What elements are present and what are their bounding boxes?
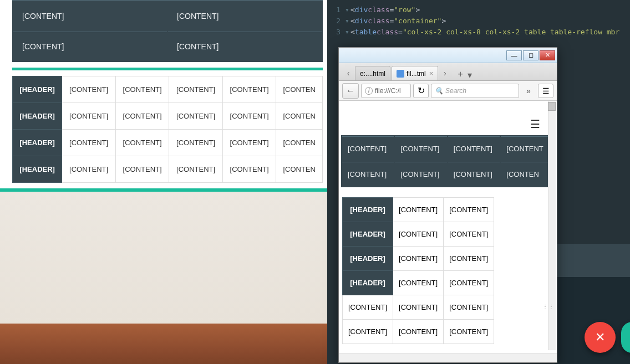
browser-window: — ◻ ✕ ‹ e:....html fil...tml × › + ▾ ← i…	[338, 47, 557, 363]
hero-image	[0, 192, 327, 364]
header-cell: [HEADER]	[343, 198, 393, 222]
browser-viewport[interactable]: ☰ [CONTENT] [CONTENT] [CONTENT] [CONTENT…	[339, 101, 557, 362]
table-row: [HEADER] [CONTENT] [CONTENT] [CONTENT] […	[13, 156, 323, 183]
scroll-thumb[interactable]	[548, 102, 556, 111]
new-tab-button[interactable]: +	[454, 68, 466, 80]
tab-label: e:....html	[360, 70, 385, 78]
cell: [CONTENT]	[169, 76, 223, 103]
window-titlebar[interactable]: — ◻ ✕	[339, 48, 557, 63]
close-button[interactable]: ✕	[540, 50, 555, 60]
search-field[interactable]: 🔍 Search	[431, 84, 519, 98]
cell: [CONTENT]	[444, 320, 494, 344]
tab-inactive[interactable]: e:....html	[355, 66, 390, 80]
dark-content-table: [CONTENT] [CONTENT] [CONTENT] [CONTENT]	[12, 0, 323, 62]
cell: [CONTENT]	[62, 130, 116, 156]
fold-icon[interactable]: ▾	[345, 4, 350, 16]
cell: [CONTENT]	[342, 162, 394, 186]
minimize-button[interactable]: —	[506, 50, 522, 60]
cell: [CONTENT]	[222, 76, 276, 103]
cell: [CONTENT]	[444, 198, 494, 222]
menu-button[interactable]: ☰	[538, 84, 553, 98]
cell: [CONTENT]	[393, 271, 444, 295]
close-tab-icon[interactable]: ×	[429, 69, 434, 78]
tabs-dropdown-icon[interactable]: ▾	[468, 70, 472, 80]
table-row: [HEADER] [CONTENT] [CONTENT] [CONTENT] […	[13, 76, 323, 103]
search-icon: 🔍	[435, 87, 443, 95]
scrollbar-horizontal[interactable]	[339, 353, 557, 362]
cell: [CONTENT]	[444, 222, 494, 247]
line-number: 2	[329, 16, 345, 27]
cell: [CONTENT]	[115, 130, 169, 156]
line-number: 3	[329, 27, 345, 38]
header-cell: [HEADER]	[343, 222, 393, 247]
table-row: [CONTENT] [CONTENT]	[13, 2, 322, 30]
scroll-grip-icon[interactable]: ⋮⋮	[542, 306, 555, 308]
back-button[interactable]: ←	[342, 83, 359, 99]
background-band	[555, 244, 630, 277]
cell: [CONTENT]	[343, 295, 393, 320]
fold-icon[interactable]: ▾	[345, 27, 350, 38]
divider-teal	[12, 68, 323, 70]
cell: [CONTENT]	[62, 76, 116, 103]
tab-scroll-left-icon[interactable]: ‹	[342, 66, 354, 80]
table-row: [HEADER] [CONTENT] [CONTENT]	[343, 198, 494, 222]
cell: [CONTENT	[501, 136, 551, 161]
table-row: [CONTENT] [CONTENT]	[13, 32, 322, 61]
table-row: [CONTENT] [CONTENT] [CONTENT] [CONTENT	[342, 136, 551, 161]
cell: [CONTENT]	[393, 247, 444, 271]
cell: [CONTENT]	[13, 32, 167, 61]
cell: [CONTENT]	[115, 76, 169, 103]
reflow-table: [HEADER] [CONTENT] [CONTENT] [CONTENT] […	[12, 76, 323, 183]
cell: [CONTENT]	[222, 130, 276, 156]
header-cell: [HEADER]	[343, 271, 393, 295]
url-field[interactable]: i file:///C:/l	[361, 84, 411, 98]
cell: [CONTENT]	[169, 130, 223, 156]
fold-icon[interactable]: ▾	[345, 16, 350, 27]
cell: [CONTENT]	[62, 156, 116, 183]
header-cell: [HEADER]	[13, 156, 62, 183]
reload-button[interactable]: ↻	[413, 84, 429, 98]
cell: [CONTENT]	[342, 136, 394, 161]
table-row: [HEADER] [CONTENT] [CONTENT] [CONTENT] […	[13, 130, 323, 156]
cell: [CONTEN	[276, 130, 323, 156]
cell: [CONTENT]	[395, 162, 446, 186]
cell: [CONTENT]	[115, 156, 169, 183]
fab-close-button[interactable]: ✕	[585, 322, 616, 353]
table-row: [CONTENT] [CONTENT] [CONTENT] [CONTEN	[342, 162, 551, 186]
code-line[interactable]: 2▾ <div class="container">	[329, 16, 628, 27]
search-placeholder: Search	[445, 87, 466, 95]
header-cell: [HEADER]	[343, 247, 393, 271]
table-row: [HEADER] [CONTENT] [CONTENT] [CONTENT] […	[13, 103, 323, 130]
info-icon[interactable]: i	[365, 87, 373, 95]
cell: [CONTENT]	[115, 103, 169, 130]
code-line[interactable]: 3▾ <table class="col-xs-2 col-xs-8 col-x…	[329, 27, 628, 38]
cell: [CONTENT]	[448, 136, 500, 161]
header-cell: [HEADER]	[13, 76, 62, 103]
header-cell: [HEADER]	[13, 130, 62, 156]
table-row: [HEADER] [CONTENT] [CONTENT]	[343, 222, 494, 247]
close-icon: ✕	[595, 330, 605, 345]
cell: [CONTENT]	[393, 198, 444, 222]
cell: [CONTENT]	[393, 222, 444, 247]
maximize-button[interactable]: ◻	[523, 50, 538, 60]
favicon-icon	[397, 70, 404, 78]
code-editor[interactable]: 1▾ <div class="row"> 2▾ <div class="cont…	[327, 0, 630, 44]
cell: [CONTENT]	[393, 295, 444, 320]
overflow-icon[interactable]: »	[521, 84, 536, 98]
scrollbar-vertical[interactable]	[548, 101, 556, 350]
hamburger-icon[interactable]: ☰	[530, 117, 540, 131]
code-line[interactable]: 1▾ <div class="row">	[329, 4, 628, 16]
cell: [CONTENT]	[168, 32, 322, 61]
tab-active[interactable]: fil...tml ×	[392, 66, 438, 80]
table-row: [CONTENT] [CONTENT] [CONTENT]	[343, 295, 494, 320]
left-preview-panel: [CONTENT] [CONTENT] [CONTENT] [CONTENT] …	[0, 0, 327, 364]
cell: [CONTENT]	[444, 295, 494, 320]
cell: [CONTENT]	[13, 2, 167, 30]
cell: [CONTENT]	[62, 103, 116, 130]
cell: [CONTENT]	[444, 271, 494, 295]
cell: [CONTEN	[276, 156, 323, 183]
table-row: [HEADER] [CONTENT] [CONTENT]	[343, 247, 494, 271]
cell: [CONTENT]	[168, 2, 322, 30]
tab-scroll-right-icon[interactable]: ›	[439, 66, 451, 80]
cell: [CONTENT]	[222, 103, 276, 130]
